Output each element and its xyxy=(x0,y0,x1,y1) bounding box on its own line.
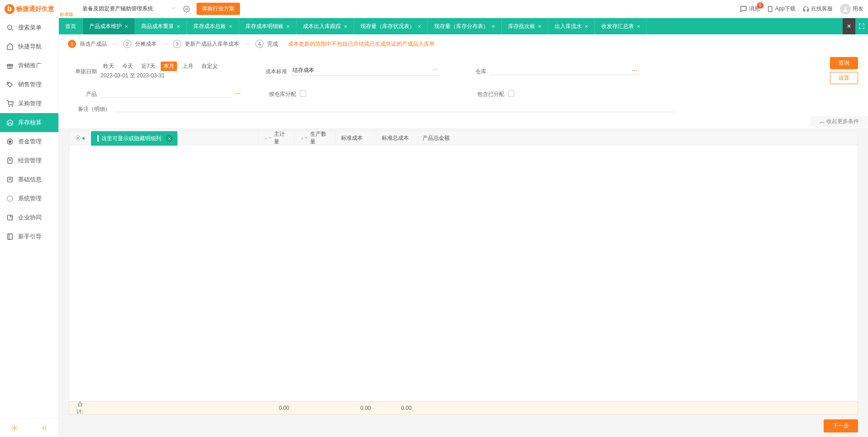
industry-plan-button[interactable]: 体验行业方案 xyxy=(197,3,240,15)
sidebar-item-funds[interactable]: ¥ 资金管理 xyxy=(0,132,58,151)
settings-foot-icon[interactable] xyxy=(11,424,18,432)
include-alloc-checkbox[interactable] xyxy=(508,90,514,97)
close-all-tabs-icon[interactable]: ✕ xyxy=(843,18,855,34)
close-icon[interactable]: ✕ xyxy=(344,24,347,29)
tip-close-icon[interactable]: ✕ xyxy=(166,135,173,142)
sidebar-item-marketing[interactable]: 营销推广 xyxy=(0,56,58,75)
warehouse-select[interactable]: ··· xyxy=(490,66,639,75)
alloc-by-wh-checkbox[interactable] xyxy=(300,90,306,97)
date-opt-last-month[interactable]: 上月 xyxy=(180,62,196,71)
tab-cost-track[interactable]: 成本出入库跟踪✕ xyxy=(297,18,354,34)
collapse-label: 收起更多条件 xyxy=(826,118,859,124)
ellipsis-icon[interactable]: ··· xyxy=(235,90,241,97)
column-product-total[interactable]: 产品总金额 xyxy=(417,131,467,145)
close-icon[interactable]: ✕ xyxy=(637,24,640,29)
close-icon[interactable]: ✕ xyxy=(229,24,232,29)
next-step-button[interactable]: 下一步 xyxy=(824,419,858,432)
close-icon[interactable]: ✕ xyxy=(538,24,542,29)
avatar-icon xyxy=(840,4,851,14)
tab-inv-cost-detail[interactable]: 库存成本明细账✕ xyxy=(239,18,297,34)
tab-label: 成本出入库跟踪 xyxy=(303,23,341,30)
tab-label: 库存成本明细账 xyxy=(245,23,283,30)
tab-label: 库存成本总账 xyxy=(193,23,226,30)
product-input[interactable] xyxy=(101,89,232,98)
tab-home[interactable]: 首页 xyxy=(59,18,83,34)
cost-standard-select[interactable]: 结存成本 ﹀ xyxy=(291,66,440,76)
system-selector[interactable]: 装备及固定资产辅助管理系统 ﹀ xyxy=(82,5,177,13)
download-link[interactable]: App下载 xyxy=(767,5,796,13)
svg-point-11 xyxy=(12,106,13,106)
close-icon[interactable]: ✕ xyxy=(585,24,588,29)
message-badge: 6 xyxy=(757,2,763,9)
step-num-3: 3 xyxy=(173,40,181,48)
sort-icon: ▲▼ xyxy=(300,137,308,139)
sidebar-item-search[interactable]: 搜索菜单 xyxy=(0,18,58,37)
user-menu[interactable]: 用友 xyxy=(840,4,863,14)
sidebar-item-base[interactable]: 基础信息 xyxy=(0,170,58,189)
sidebar-item-label: 资金管理 xyxy=(18,138,42,146)
tab-rds-summary[interactable]: 收发存汇总表✕ xyxy=(595,18,647,34)
step-separator: — xyxy=(245,41,250,47)
collapse-sidebar-icon[interactable] xyxy=(40,424,48,432)
column-label: 主计量 xyxy=(274,130,289,146)
query-button[interactable]: 查询 xyxy=(830,57,858,69)
date-opt-this-month[interactable]: 本月 xyxy=(161,62,177,71)
sidebar-item-guide[interactable]: 新手引导 xyxy=(0,227,58,246)
user-name: 用友 xyxy=(853,5,863,13)
sidebar-item-system, [interactable]: 系统管理 xyxy=(0,189,58,208)
date-opt-yesterday[interactable]: 昨天 xyxy=(101,62,117,71)
setting-button[interactable]: 设置 xyxy=(830,72,858,84)
app-header: b 畅捷通好生意 标准版 装备及固定资产辅助管理系统 ﹀ 体验行业方案 消息 6… xyxy=(0,0,868,18)
tab-stock-status[interactable]: 现存量（库存状况表）✕ xyxy=(354,18,428,34)
sidebar-item-sales[interactable]: 销售管理 xyxy=(0,75,58,94)
footer-label: 合计: xyxy=(69,400,91,416)
tab-stock-dist[interactable]: 现存量（库存分布表）✕ xyxy=(428,18,502,34)
home-icon xyxy=(6,43,14,50)
include-alloc-label: 包含已分配 xyxy=(467,89,508,98)
message-link[interactable]: 消息 6 xyxy=(740,5,760,13)
column-std-cost[interactable]: 标准成本 xyxy=(336,131,376,145)
sidebar-item-inventory[interactable]: 库存核算 xyxy=(0,113,58,132)
tab-label: 现存量（库存分布表） xyxy=(434,23,489,30)
tab-inout-flow[interactable]: 出入库流水✕ xyxy=(548,18,595,34)
gear-icon[interactable] xyxy=(183,5,190,13)
svg-rect-22 xyxy=(8,215,13,220)
logo-icon: b xyxy=(5,4,14,14)
date-opt-today[interactable]: 今天 xyxy=(120,62,136,71)
column-settings-button[interactable]: ● xyxy=(69,131,91,145)
close-icon[interactable]: ✕ xyxy=(491,24,495,29)
cost-standard-label: 成本标准 xyxy=(259,66,291,76)
sidebar-item-operation[interactable]: 经营管理 xyxy=(0,151,58,170)
footer-value: 0.00 xyxy=(376,405,417,411)
step-num-1: 1 xyxy=(68,40,76,48)
sidebar-item-enterprise[interactable]: 企业协同 xyxy=(0,208,58,227)
remark-input[interactable] xyxy=(114,104,676,112)
service-link[interactable]: 在线客服 xyxy=(803,5,833,13)
date-opt-7days[interactable]: 近7天 xyxy=(139,62,158,71)
tab-cost-maintenance[interactable]: 产品成本维护✕ xyxy=(83,18,135,34)
close-icon[interactable]: ✕ xyxy=(177,24,180,29)
column-unit[interactable]: ▲▼主计量 xyxy=(259,131,295,145)
column-label: 产品总金额 xyxy=(422,134,450,142)
step-warning: 成本更新的范围中不包括已月结或已生成凭证的产成品入库单 xyxy=(288,40,435,48)
sidebar-item-label: 基础信息 xyxy=(18,176,42,184)
collapse-filters-toggle[interactable]: ︽ 收起更多条件 xyxy=(810,116,868,127)
column-qty[interactable]: ▲▼生产数量 xyxy=(295,131,336,145)
footer-value: 0.00 xyxy=(259,405,295,411)
svg-rect-12 xyxy=(9,123,12,125)
tab-label: 首页 xyxy=(65,23,76,30)
sidebar-item-purchase[interactable]: 采购管理 xyxy=(0,94,58,113)
sidebar-item-label: 库存核算 xyxy=(18,119,42,127)
sidebar-item-quicknav[interactable]: 快捷导航 xyxy=(0,37,58,56)
column-std-total[interactable]: 标准总成本 xyxy=(376,131,417,145)
date-to: 2023-03-31 xyxy=(137,72,164,79)
fullscreen-icon[interactable] xyxy=(855,18,868,34)
tab-inv-cost-ledger[interactable]: 库存成本总账✕ xyxy=(187,18,239,34)
close-icon[interactable]: ✕ xyxy=(417,24,421,29)
tab-cost-recalc[interactable]: 商品成本重算✕ xyxy=(135,18,187,34)
sidebar-item-label: 采购管理 xyxy=(18,100,42,108)
close-icon[interactable]: ✕ xyxy=(125,24,128,29)
date-opt-custom[interactable]: 自定义 xyxy=(199,62,221,71)
close-icon[interactable]: ✕ xyxy=(286,24,290,29)
tab-batch-ledger[interactable]: 库存批次账✕ xyxy=(502,18,548,34)
